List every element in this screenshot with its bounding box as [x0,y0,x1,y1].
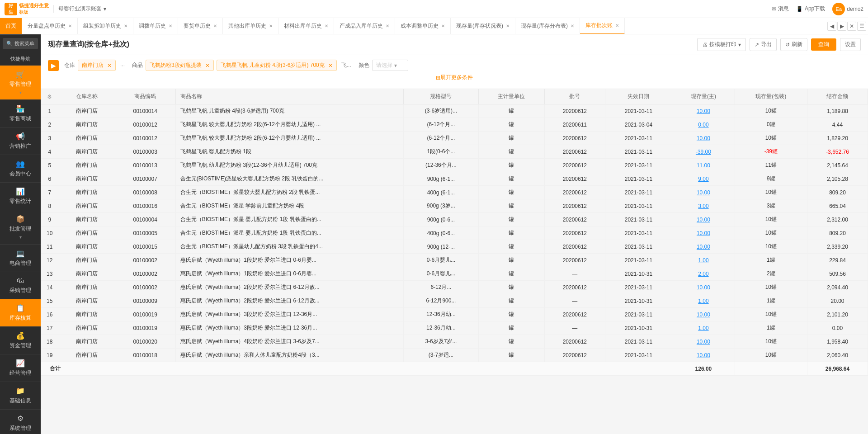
query-btn[interactable]: 查询 [811,38,836,51]
sidebar-item-operation[interactable]: 📈 经营管理 [0,354,41,382]
cell-qty[interactable]: 10.00 [672,335,735,349]
cell-qty[interactable]: 10.00 [672,186,735,199]
sidebar-item-finance[interactable]: 💰 资金管理 [0,327,41,354]
industry-selector[interactable]: 母婴行业演示账套 ▾ [53,5,106,13]
close-tab-4[interactable]: ✕ [269,24,273,28]
tab-9[interactable]: 现存量(库存分布表) ✕ [515,18,580,34]
cell-qty[interactable]: 1.00 [672,321,735,335]
close-tab-6[interactable]: ✕ [386,24,389,28]
warehouse-tag-0[interactable]: 南岸门店 ✕ [78,60,116,71]
nav-close-all[interactable]: ✕ [847,22,856,31]
color-select[interactable]: 请选择 ▾ [372,60,408,71]
sidebar-item-purchase[interactable]: 🛍 采购管理 [0,272,41,299]
tab-0[interactable]: 分量盘点单历史 ✕ [22,18,78,34]
sidebar-item-member[interactable]: 👥 会员中心 [0,155,41,183]
table-scroll[interactable]: ⚙ 仓库名称 商品编码 商品名称 规格型号 主计量单位 批号 失效日期 现存量(… [41,89,868,434]
tab-home[interactable]: 首页 [0,18,22,34]
sidebar-item-retail-mgmt[interactable]: 🛒 零售管理 ▾ [0,66,41,100]
th-qty-pkg: 现存量(包装) [735,89,807,104]
remove-warehouse-0[interactable]: ✕ [107,62,112,69]
sidebar-item-ecommerce[interactable]: 💻 电商管理 [0,245,41,272]
setting-btn[interactable]: 设置 [840,38,861,51]
cell-qty[interactable]: 11.00 [672,159,735,172]
close-tab-8[interactable]: ✕ [506,24,509,28]
cell-qty[interactable]: 1.00 [672,254,735,267]
th-settings[interactable]: ⚙ [41,89,59,104]
cell-spec: 12-36月幼... [403,308,478,321]
table-row: 8 南岸门店 00100016 合生元（BIOSTIME）派星 学龄前儿童配方奶… [41,199,868,213]
cell-warehouse: 南岸门店 [59,267,115,281]
cell-qty[interactable]: 3.00 [672,199,735,213]
cell-code: 00100014 [115,104,175,118]
product-tag-0[interactable]: 飞鹤奶粉3段奶瓶提装 ✕ [146,60,214,71]
close-tab-5[interactable]: ✕ [325,24,328,28]
filter-toggle-btn[interactable]: ▶ [48,60,59,71]
cell-unit: 罐 [479,226,545,240]
cell-qty[interactable]: 0.00 [672,118,735,132]
cell-qty[interactable]: 10.00 [672,240,735,254]
cell-qty[interactable]: 10.00 [672,104,735,118]
remove-product-1[interactable]: ✕ [328,62,333,69]
filter-expand-btn[interactable]: ⊞ 展开更多条件 [48,71,861,84]
cell-name: 惠氏启赋（Wyeth illuma）1段奶粉 爱尔兰进口 0-6月婴... [175,267,403,281]
remove-product-0[interactable]: ✕ [205,62,210,69]
cell-batch: 20200612 [544,145,605,159]
sidebar-item-marketing[interactable]: 📢 营销推广 [0,127,41,155]
nav-prev[interactable]: ◀ [827,22,836,31]
cell-qty[interactable]: 10.00 [672,308,735,321]
tab-10[interactable]: 库存批次账 ✕ [580,18,625,34]
cell-amount: 2,105.28 [807,172,868,186]
user-profile[interactable]: Ea demo2 [832,3,863,15]
page-actions: 🖨 按模板打印 ▾ ↗ 导出 ↺ 刷新 查询 设置 [697,38,861,51]
refresh-btn[interactable]: ↺ 刷新 [780,38,807,51]
tab-5[interactable]: 材料出库单历史 ✕ [278,18,334,34]
cell-qty[interactable]: 10.00 [672,226,735,240]
cell-spec: (3-6岁适用)... [403,104,478,118]
sidebar-item-retail-stats[interactable]: 📊 零售统计 [0,183,41,210]
sidebar-item-retail-mall[interactable]: 🏪 零售商城 [0,100,41,127]
product-tag-1[interactable]: 飞鹤星飞帆 儿童奶粉 4段(3-6岁适用) 700克 ✕ [217,60,337,71]
cell-spec: 400g (0-6... [403,226,478,240]
close-tab-7[interactable]: ✕ [441,24,445,28]
cell-qty[interactable]: 10.00 [672,213,735,226]
sidebar-item-wholesale[interactable]: 📦 批发管理 ▾ [0,210,41,245]
th-amount: 结存金额 [807,89,868,104]
print-btn[interactable]: 🖨 按模板打印 ▾ [697,38,746,51]
close-tab-10[interactable]: ✕ [615,23,619,28]
tab-4[interactable]: 其他出库单历史 ✕ [223,18,278,34]
quick-nav-btn[interactable]: 快捷导航 [0,53,41,66]
tab-6[interactable]: 产成品入库单历史 ✕ [334,18,395,34]
sidebar-item-system[interactable]: ⚙ 系统管理 [0,410,41,434]
sidebar-item-inventory[interactable]: 📋 库存核算 [0,299,41,327]
sidebar-item-basic[interactable]: 📁 基础信息 [0,382,41,410]
tab-3[interactable]: 要货单历史 ✕ [178,18,223,34]
cell-qty[interactable]: 2.00 [672,267,735,281]
tab-8[interactable]: 现存量(库存状况表) ✕ [451,18,515,34]
tab-7[interactable]: 成本调整单历史 ✕ [395,18,451,34]
tab-1[interactable]: 组装拆卸单历史 ✕ [78,18,133,34]
cell-warehouse: 南岸门店 [59,281,115,294]
settings-icon[interactable]: ⚙ [47,94,52,100]
close-tab-9[interactable]: ✕ [571,24,574,28]
nav-menu[interactable]: ☰ [857,22,866,31]
cell-qty[interactable]: -39.00 [672,145,735,159]
close-tab-0[interactable]: ✕ [68,24,72,28]
close-tab-1[interactable]: ✕ [124,24,127,28]
search-menu-btn[interactable]: 🔍 搜索菜单 [3,38,38,49]
cell-qty[interactable]: 10.00 [672,132,735,145]
sidebar-label-retail-mall: 零售商城 [9,115,31,123]
close-tab-3[interactable]: ✕ [213,24,217,28]
app-download-btn[interactable]: 📱 App下载 [796,5,825,13]
cell-qty[interactable]: 10.00 [672,281,735,294]
tab-2[interactable]: 调拨单历史 ✕ [133,18,178,34]
cell-spec: 400g (6-1... [403,186,478,199]
cell-warehouse: 南岸门店 [59,335,115,349]
sidebar-label-basic: 基础信息 [9,397,31,405]
nav-next[interactable]: ▶ [837,22,846,31]
export-btn[interactable]: ↗ 导出 [750,38,777,51]
close-tab-2[interactable]: ✕ [169,24,172,28]
cell-qty[interactable]: 1.00 [672,294,735,308]
cell-qty[interactable]: 9.00 [672,172,735,186]
message-btn[interactable]: ✉ 消息 [772,5,789,13]
cell-qty[interactable]: 10.00 [672,349,735,362]
